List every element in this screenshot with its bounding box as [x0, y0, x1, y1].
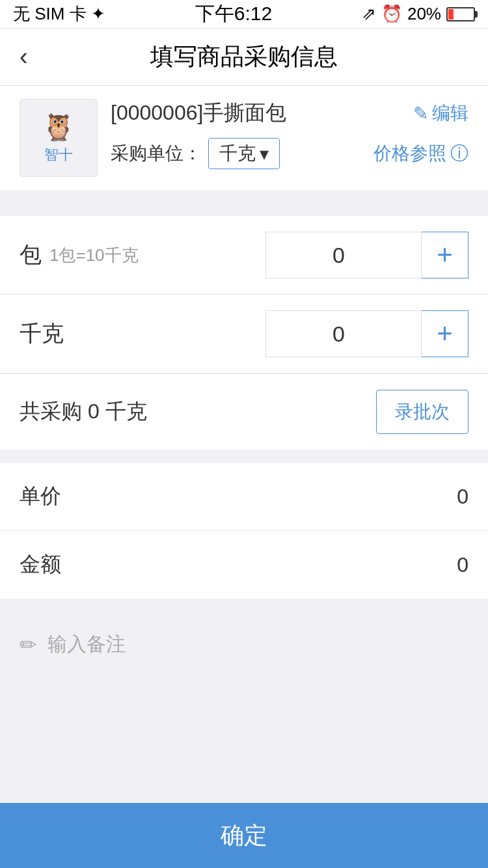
qty-label-bao: 包 1包=10千克: [20, 240, 139, 270]
status-right: ⇗ ⏰ 20%: [362, 4, 475, 24]
no-sim-text: 无 SIM 卡 ✦: [13, 3, 105, 25]
unit-value: 千克: [219, 141, 256, 166]
page-title: 填写商品采购信息: [150, 41, 338, 73]
price-section: 单价 0 金额 0: [0, 463, 488, 599]
unit-select[interactable]: 千克 ▾: [208, 138, 280, 169]
chevron-down-icon: ▾: [260, 143, 269, 165]
divider-2: [0, 450, 488, 463]
qty-plus-kg[interactable]: +: [422, 310, 468, 357]
qty-row-bao: 包 1包=10千克 +: [0, 216, 488, 295]
product-name: [0000006]手撕面包: [111, 99, 286, 128]
product-image-label: 智十: [44, 145, 73, 165]
unit-row: 采购单位： 千克 ▾: [111, 138, 280, 169]
edit-label: 编辑: [432, 101, 468, 126]
unit-price-label: 单价: [20, 482, 61, 511]
qty-unit-bao: 包: [20, 240, 42, 270]
pencil-icon: ✏: [20, 632, 37, 657]
qty-input-group-bao: +: [265, 232, 468, 278]
total-price-value: 0: [457, 553, 468, 577]
total-unit: 千克: [105, 400, 147, 423]
battery-icon: [446, 7, 475, 21]
total-value: 0: [88, 400, 105, 423]
status-bar: 无 SIM 卡 ✦ 下午6:12 ⇗ ⏰ 20%: [0, 0, 488, 29]
qty-row-kg: 千克 +: [0, 295, 488, 373]
edit-button[interactable]: ✎ 编辑: [413, 101, 468, 126]
total-row: 共采购 0 千克 录批次: [0, 373, 488, 450]
info-icon: ⓘ: [450, 141, 468, 166]
status-left: 无 SIM 卡 ✦: [13, 3, 105, 25]
bottom-empty-area: [0, 677, 488, 807]
status-time: 下午6:12: [195, 1, 272, 27]
qty-input-group-kg: +: [265, 310, 468, 357]
qty-label-kg: 千克: [20, 319, 64, 349]
unit-price-value: 0: [457, 485, 468, 509]
notes-placeholder: 输入备注: [47, 631, 126, 658]
quantity-section: 包 1包=10千克 + 千克 + 共采购 0 千克: [0, 216, 488, 450]
price-row-total: 金额 0: [0, 531, 488, 599]
confirm-button[interactable]: 确定: [0, 803, 488, 868]
divider-1: [0, 203, 488, 216]
back-button[interactable]: ‹: [20, 43, 28, 71]
notes-section[interactable]: ✏ 输入备注: [0, 612, 488, 677]
product-section: 🦉 智十 [0000006]手撕面包 ✎ 编辑 采购单位： 千克 ▾: [0, 86, 488, 190]
price-ref-label: 价格参照: [373, 141, 446, 166]
alarm-icon: ⏰: [381, 4, 402, 24]
qty-plus-bao[interactable]: +: [422, 232, 468, 278]
location-icon: ⇗: [362, 4, 376, 24]
record-batch-button[interactable]: 录批次: [376, 390, 468, 434]
product-image: 🦉 智十: [20, 99, 98, 177]
product-info: [0000006]手撕面包 ✎ 编辑 采购单位： 千克 ▾ 价格参照 ⓘ: [111, 99, 468, 169]
main-content: 🦉 智十 [0000006]手撕面包 ✎ 编辑 采购单位： 千克 ▾: [0, 86, 488, 868]
product-info-row1: [0000006]手撕面包 ✎ 编辑: [111, 99, 468, 128]
price-ref-button[interactable]: 价格参照 ⓘ: [373, 141, 468, 166]
unit-label: 采购单位：: [111, 141, 202, 166]
battery-percent: 20%: [407, 4, 441, 24]
total-price-label: 金额: [20, 550, 61, 579]
total-label: 共采购 0 千克: [20, 398, 147, 426]
qty-unit-kg: 千克: [20, 319, 64, 349]
total-prefix: 共采购: [20, 400, 82, 423]
edit-icon: ✎: [413, 103, 428, 124]
qty-input-kg[interactable]: [265, 310, 422, 357]
qty-sub-bao: 1包=10千克: [49, 244, 139, 267]
price-row-unit: 单价 0: [0, 463, 488, 531]
qty-input-bao[interactable]: [265, 232, 422, 278]
product-info-row2: 采购单位： 千克 ▾ 价格参照 ⓘ: [111, 138, 468, 169]
nav-bar: ‹ 填写商品采购信息: [0, 29, 488, 86]
product-owl-icon: 🦉: [42, 112, 75, 142]
